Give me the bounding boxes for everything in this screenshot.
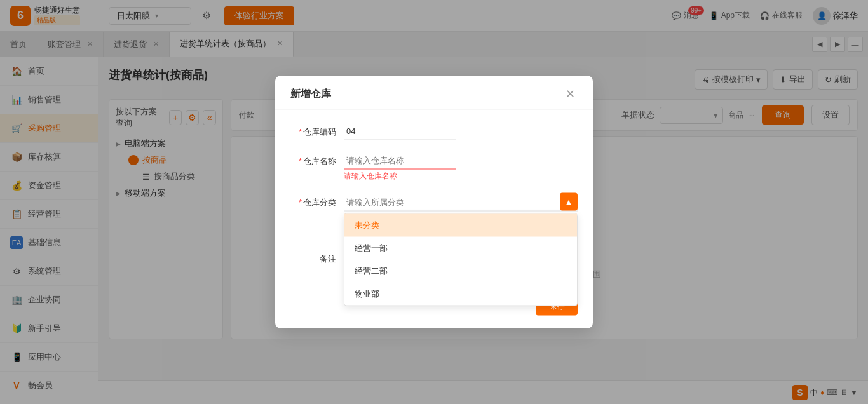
- category-select-wrapper: ▲: [344, 193, 578, 212]
- category-label: 仓库分类: [290, 193, 336, 208]
- warehouse-code-input[interactable]: [344, 123, 456, 140]
- warehouse-code-row: 仓库编码: [290, 123, 578, 140]
- category-dropdown: 未分类 经营一部 经营二部 物业部: [344, 213, 578, 306]
- name-label: 仓库名称: [290, 152, 336, 167]
- category-input[interactable]: [344, 193, 560, 210]
- dropdown-item-dept2[interactable]: 经营二部: [344, 260, 577, 283]
- dropdown-item-dept3[interactable]: 物业部: [344, 283, 577, 306]
- code-label: 仓库编码: [290, 123, 336, 138]
- dropdown-item-uncategorized[interactable]: 未分类: [344, 214, 577, 237]
- name-field-wrapper: 请输入仓库名称: [344, 152, 578, 182]
- modal-close-button[interactable]: ✕: [562, 86, 578, 102]
- note-label: 备注: [290, 250, 336, 265]
- warehouse-category-row: 仓库分类 ▲ 未分类 经营一部 经营二部 物业部: [290, 193, 578, 212]
- warehouse-name-input[interactable]: [344, 152, 456, 170]
- add-warehouse-modal: 新增仓库 ✕ 仓库编码 仓库名称 请输入仓库名称 仓库分类 ▲: [275, 76, 593, 328]
- dropdown-item-dept1[interactable]: 经营一部: [344, 237, 577, 260]
- modal-header: 新增仓库 ✕: [275, 76, 593, 110]
- modal-body: 仓库编码 仓库名称 请输入仓库名称 仓库分类 ▲ 未分类 经营一部 经: [275, 110, 593, 292]
- name-error-text: 请输入仓库名称: [344, 171, 578, 182]
- modal-title: 新增仓库: [290, 87, 331, 100]
- category-dropdown-icon[interactable]: ▲: [560, 193, 578, 211]
- code-field-wrapper: [344, 123, 578, 140]
- warehouse-name-row: 仓库名称 请输入仓库名称: [290, 152, 578, 182]
